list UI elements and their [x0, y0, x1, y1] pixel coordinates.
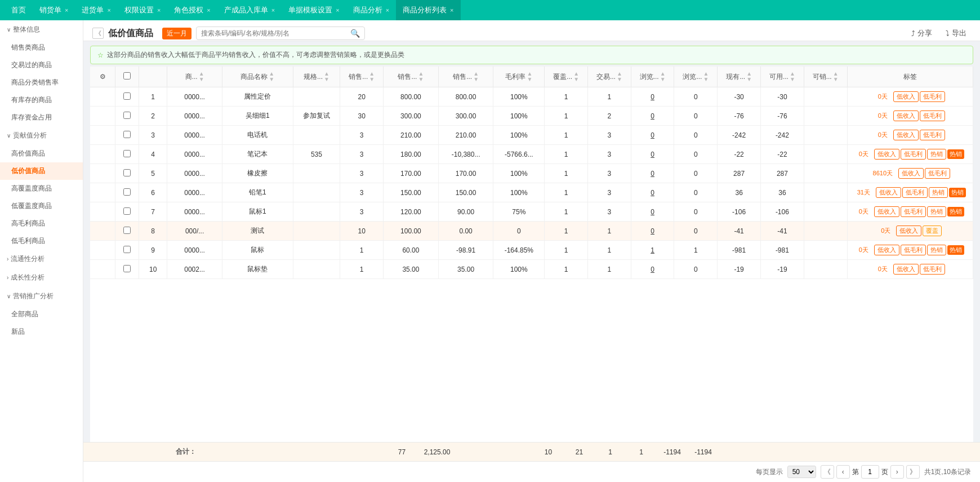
- nav-home[interactable]: 首页: [5, 0, 33, 20]
- row-view1[interactable]: 0: [631, 183, 674, 202]
- col-header-sale-sum[interactable]: 销售...▲▼: [438, 67, 493, 87]
- first-page-button[interactable]: 《: [821, 465, 834, 479]
- sidebar-group-contribution[interactable]: ∨ 贡献值分析: [0, 126, 83, 145]
- nav-close-icon[interactable]: ×: [336, 0, 339, 20]
- row-spec: [293, 164, 340, 183]
- nav-template-settings[interactable]: 单据模板设置 ×: [282, 0, 346, 20]
- row-sale-price: 210.00: [384, 126, 439, 145]
- search-input[interactable]: [201, 29, 348, 37]
- row-view2: 0: [674, 260, 718, 279]
- sidebar-group-marketing[interactable]: ∨ 营销推广分析: [0, 287, 83, 306]
- sidebar-item-low-coverage[interactable]: 低覆盖度商品: [0, 197, 83, 215]
- col-header-gear[interactable]: ⚙: [90, 67, 115, 87]
- col-header-view1[interactable]: 浏览...▲▼: [631, 67, 674, 87]
- last-page-button[interactable]: 》: [906, 465, 920, 479]
- row-view1[interactable]: 0: [631, 145, 674, 164]
- sidebar-collapse-button[interactable]: 《: [92, 28, 104, 39]
- sidebar-item-stock-capital[interactable]: 库存资金占用: [0, 109, 83, 126]
- col-header-check[interactable]: [115, 67, 139, 87]
- row-sale-qty: 1: [340, 260, 384, 279]
- sidebar-item-high-margin[interactable]: 高毛利商品: [0, 215, 83, 232]
- row-checkbox[interactable]: [123, 92, 131, 100]
- row-checkbox-cell[interactable]: [115, 202, 139, 222]
- page-input[interactable]: [861, 465, 879, 479]
- row-checkbox-cell[interactable]: [115, 126, 139, 145]
- row-checkbox-cell[interactable]: [115, 183, 139, 202]
- col-header-name[interactable]: 商品名称▲▼: [222, 67, 293, 87]
- data-table-container[interactable]: ⚙ 商...▲▼ 商品名称▲▼ 规格...▲▼ 销售...▲▼ 销售...▲▼ …: [90, 67, 973, 442]
- nav-close-icon[interactable]: ×: [65, 0, 68, 20]
- nav-close-icon[interactable]: ×: [271, 0, 275, 20]
- sidebar-item-sales-goods[interactable]: 销售类商品: [0, 39, 83, 56]
- row-checkbox[interactable]: [123, 246, 131, 253]
- sidebar-group-liquidity[interactable]: › 流通性分析: [0, 250, 83, 268]
- nav-role-auth[interactable]: 角色授权 ×: [167, 0, 217, 20]
- period-button[interactable]: 近一月: [162, 28, 191, 39]
- col-header-trade[interactable]: 交易...▲▼: [587, 67, 631, 87]
- nav-close-icon[interactable]: ×: [207, 0, 210, 20]
- select-all-checkbox[interactable]: [123, 72, 131, 79]
- export-button[interactable]: ⤵ 导出: [941, 26, 971, 41]
- sidebar-item-category-sales[interactable]: 商品分类销售率: [0, 74, 83, 91]
- row-checkbox[interactable]: [123, 169, 131, 176]
- col-header-stock[interactable]: 现有...▲▼: [718, 67, 761, 87]
- sidebar-item-stock-goods[interactable]: 有库存的商品: [0, 91, 83, 109]
- col-header-sale-price[interactable]: 销售...▲▼: [384, 67, 439, 87]
- nav-close-icon[interactable]: ×: [157, 0, 161, 20]
- nav-close-icon[interactable]: ×: [386, 0, 389, 20]
- row-checkbox-cell[interactable]: [115, 107, 139, 126]
- row-view1[interactable]: 0: [631, 222, 674, 241]
- row-view1[interactable]: 0: [631, 164, 674, 183]
- col-header-avail[interactable]: 可用...▲▼: [761, 67, 804, 87]
- sidebar-item-high-coverage[interactable]: 高覆盖度商品: [0, 180, 83, 197]
- row-checkbox-cell[interactable]: [115, 145, 139, 164]
- prev-page-button[interactable]: ‹: [836, 465, 850, 479]
- row-view1[interactable]: 0: [631, 202, 674, 222]
- sidebar-item-low-value[interactable]: 低价值商品: [0, 162, 83, 180]
- sidebar-item-all-goods[interactable]: 全部商品: [0, 306, 83, 323]
- row-view1[interactable]: 0: [631, 126, 674, 145]
- row-checkbox[interactable]: [123, 207, 131, 215]
- page-size-label: 每页显示: [756, 467, 783, 477]
- col-header-view2[interactable]: 浏览...▲▼: [674, 67, 718, 87]
- nav-purchase-order[interactable]: 进货单 ×: [75, 0, 117, 20]
- sidebar-item-new-goods[interactable]: 新品: [0, 323, 83, 341]
- col-header-code[interactable]: 商...▲▼: [167, 67, 222, 87]
- next-page-button[interactable]: ›: [890, 465, 904, 479]
- search-icon[interactable]: 🔍: [350, 29, 360, 38]
- row-checkbox-cell[interactable]: [115, 260, 139, 279]
- sidebar-item-high-value[interactable]: 高价值商品: [0, 145, 83, 162]
- nav-close-icon[interactable]: ×: [107, 0, 110, 20]
- nav-product-warehouse[interactable]: 产成品入库单 ×: [217, 0, 282, 20]
- share-button[interactable]: ⤴ 分享: [907, 26, 937, 41]
- col-header-sellable[interactable]: 可销...▲▼: [804, 67, 847, 87]
- row-checkbox[interactable]: [123, 227, 131, 234]
- row-checkbox-cell[interactable]: [115, 222, 139, 241]
- row-checkbox[interactable]: [123, 265, 131, 272]
- nav-permission[interactable]: 权限设置 ×: [118, 0, 167, 20]
- col-header-cover[interactable]: 覆盖...▲▼: [545, 67, 588, 87]
- nav-sales-order[interactable]: 销货单 ×: [33, 0, 75, 20]
- col-header-margin[interactable]: 毛利率▲▼: [493, 67, 545, 87]
- row-view1[interactable]: 0: [631, 107, 674, 126]
- nav-close-icon[interactable]: ×: [450, 0, 453, 20]
- page-size-select[interactable]: 50 100: [787, 466, 816, 478]
- nav-product-analysis-list[interactable]: 商品分析列表 ×: [396, 0, 460, 20]
- row-checkbox-cell[interactable]: [115, 87, 139, 107]
- sidebar-item-low-margin[interactable]: 低毛利商品: [0, 232, 83, 250]
- row-view1[interactable]: 1: [631, 241, 674, 260]
- nav-product-analysis[interactable]: 商品分析 ×: [346, 0, 396, 20]
- sidebar-group-overall[interactable]: ∨ 整体信息: [0, 20, 83, 39]
- col-header-spec[interactable]: 规格...▲▼: [293, 67, 340, 87]
- row-checkbox[interactable]: [123, 112, 131, 119]
- sidebar-group-growth[interactable]: › 成长性分析: [0, 268, 83, 287]
- col-header-sale-qty[interactable]: 销售...▲▼: [340, 67, 384, 87]
- row-checkbox-cell[interactable]: [115, 164, 139, 183]
- row-checkbox[interactable]: [123, 150, 131, 157]
- row-checkbox[interactable]: [123, 188, 131, 196]
- row-checkbox-cell[interactable]: [115, 241, 139, 260]
- sidebar-item-traded-goods[interactable]: 交易过的商品: [0, 56, 83, 74]
- row-checkbox[interactable]: [123, 131, 131, 138]
- row-view1[interactable]: 0: [631, 87, 674, 107]
- row-view1[interactable]: 0: [631, 260, 674, 279]
